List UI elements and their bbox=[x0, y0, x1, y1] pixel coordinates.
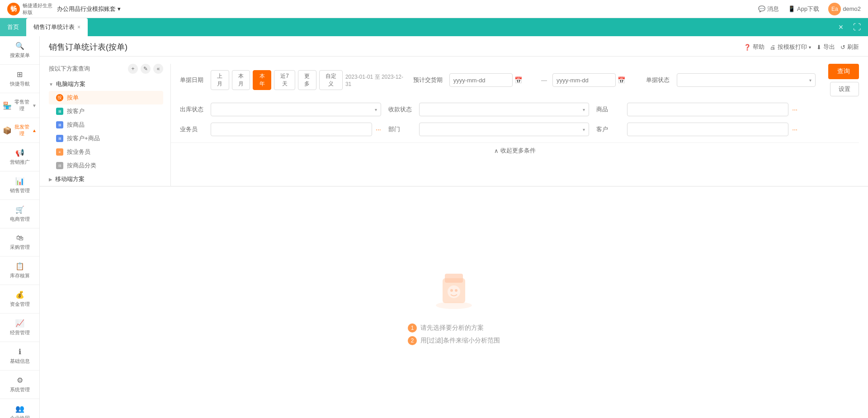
sidebar-item-marketing[interactable]: 📢 营销推广 bbox=[0, 143, 39, 171]
scheme-item-by-goods[interactable]: ⊞ 按商品 bbox=[49, 118, 163, 132]
goods-input[interactable] bbox=[627, 103, 788, 116]
refresh-button[interactable]: ↺ 刷新 bbox=[840, 43, 859, 51]
app-download-button[interactable]: 📱 App下载 bbox=[788, 5, 819, 13]
scheme-item-by-salesperson[interactable]: ≡ 按业务员 bbox=[49, 145, 163, 159]
empty-state: 1 请先选择要分析的方案 2 用[过滤]条件来缩小分析范围 bbox=[40, 187, 868, 418]
date-this-month-button[interactable]: 本月 bbox=[232, 70, 250, 90]
help-icon: ❓ bbox=[744, 44, 751, 51]
calendar-start-icon[interactable]: 📅 bbox=[514, 76, 522, 84]
app-download-icon: 📱 bbox=[788, 5, 795, 12]
help-button[interactable]: ❓ 帮助 bbox=[744, 43, 764, 51]
template-print-button[interactable]: 🖨 按模板打印 ▾ bbox=[770, 43, 811, 51]
expected-date-end-input[interactable] bbox=[552, 73, 616, 87]
sidebar-item-finance[interactable]: 💰 资金管理 bbox=[0, 285, 39, 314]
scheme-header-title: 按以下方案查询 bbox=[49, 65, 90, 73]
sidebar-inventory-label: 库存核算 bbox=[10, 272, 30, 279]
logo-area: 畅 畅捷通好生意 标版 bbox=[7, 2, 52, 15]
query-button[interactable]: 查询 bbox=[828, 64, 859, 79]
system-icon: ⚙ bbox=[17, 376, 23, 385]
empty-tips: 1 请先选择要分析的方案 2 用[过滤]条件来缩小分析范围 bbox=[408, 323, 500, 345]
filter-group-customer: 客户 ··· bbox=[596, 123, 797, 136]
tip-2-text: 用[过滤]条件来缩小分析范围 bbox=[420, 337, 500, 345]
scheme-collapse-button[interactable]: « bbox=[153, 64, 163, 74]
goods-more-icon[interactable]: ··· bbox=[792, 106, 797, 113]
app-download-label: App下载 bbox=[797, 5, 819, 13]
template-print-icon: 🖨 bbox=[770, 44, 776, 51]
customer-input[interactable] bbox=[627, 123, 788, 136]
sidebar-item-inventory[interactable]: 📋 库存核算 bbox=[0, 256, 39, 285]
tip-1-text: 请先选择要分析的方案 bbox=[420, 324, 484, 332]
scheme-add-button[interactable]: + bbox=[128, 64, 138, 74]
sidebar: 🔍 搜索菜单 ⊞ 快捷导航 🏪 零售管理 ▼ 📦 批发管理 ▲ 📢 营销推广 📊… bbox=[0, 36, 40, 418]
scheme-item-icon-order: 按 bbox=[56, 94, 63, 101]
filter-group-expected-date: 预计交货期 📅 — 📅 bbox=[413, 73, 639, 87]
scheme-group-pc-header[interactable]: ▼ 电脑端方案 bbox=[49, 77, 163, 91]
date-more-button[interactable]: 更多 bbox=[298, 70, 316, 90]
operation-icon: 📈 bbox=[15, 319, 24, 328]
department-arrow-icon: ▾ bbox=[583, 127, 585, 132]
export-button[interactable]: ⬇ 导出 bbox=[816, 43, 835, 51]
salesperson-more-icon[interactable]: ··· bbox=[376, 126, 381, 133]
payment-status-select[interactable]: ▾ bbox=[419, 103, 590, 116]
scheme-list: ▼ 电脑端方案 按 按单 ⊞ 按客户 bbox=[49, 77, 163, 186]
pc-group-arrow-icon: ▼ bbox=[49, 82, 53, 87]
goods-label: 商品 bbox=[596, 105, 623, 114]
header-actions: ❓ 帮助 🖨 按模板打印 ▾ ⬇ 导出 ↺ 刷新 bbox=[744, 43, 859, 51]
user-avatar-area[interactable]: Ea demo2 bbox=[828, 3, 861, 15]
salesperson-label: 业务员 bbox=[180, 125, 207, 133]
scheme-item-by-customer[interactable]: ⊞ 按客户 bbox=[49, 104, 163, 118]
sidebar-item-retail[interactable]: 🏪 零售管理 ▼ bbox=[0, 93, 39, 118]
svg-point-5 bbox=[455, 289, 458, 292]
scheme-item-by-category[interactable]: ⊟ 按商品分类 bbox=[49, 159, 163, 172]
sidebar-item-operation[interactable]: 📈 经营管理 bbox=[0, 314, 39, 342]
expected-date-label: 预计交货期 bbox=[413, 76, 446, 84]
expected-date-start-input[interactable] bbox=[449, 73, 513, 87]
company-selector[interactable]: 办公用品行业模拟账套 ▾ bbox=[57, 5, 121, 13]
settings-button[interactable]: 设置 bbox=[830, 82, 859, 96]
sidebar-item-ecommerce[interactable]: 🛒 电商管理 bbox=[0, 200, 39, 228]
tab-close-icon[interactable]: × bbox=[77, 24, 80, 30]
date-this-year-button[interactable]: 本年 bbox=[253, 70, 271, 90]
calendar-end-icon[interactable]: 📅 bbox=[618, 76, 625, 84]
scheme-group-mobile-header[interactable]: ▶ 移动端方案 bbox=[49, 172, 163, 186]
scheme-item-icon-customer-goods: ⊞ bbox=[56, 135, 63, 142]
status-select[interactable]: ▾ bbox=[677, 73, 816, 87]
page-header: 销售订单统计表(按单) ❓ 帮助 🖨 按模板打印 ▾ ⬇ 导出 ↺ 刷新 bbox=[40, 36, 868, 57]
sidebar-item-system[interactable]: ⚙ 系统管理 bbox=[0, 370, 39, 399]
sidebar-item-wholesale[interactable]: 📦 批发管理 ▲ bbox=[0, 118, 39, 143]
message-button[interactable]: 💬 消息 bbox=[758, 5, 779, 13]
date-7days-button[interactable]: 近7天 bbox=[274, 70, 295, 90]
scheme-actions: + ✎ « bbox=[128, 64, 163, 74]
sidebar-item-quicknav[interactable]: ⊞ 快捷导航 bbox=[0, 65, 39, 93]
date-custom-button[interactable]: 自定义 bbox=[319, 70, 343, 90]
tab-maximize-button[interactable]: ⛶ bbox=[851, 21, 863, 33]
tab-minimize-button[interactable]: × bbox=[835, 21, 847, 33]
sidebar-finance-label: 资金管理 bbox=[10, 301, 30, 308]
department-select[interactable]: ▾ bbox=[419, 123, 590, 136]
tab-sales-order[interactable]: 销售订单统计表 × bbox=[26, 18, 88, 36]
sidebar-retail-label: 零售管理 bbox=[14, 99, 30, 112]
scheme-group-mobile: ▶ 移动端方案 bbox=[49, 172, 163, 186]
scheme-item-by-order[interactable]: 按 按单 bbox=[49, 91, 163, 104]
date-prev-month-button[interactable]: 上月 bbox=[211, 70, 229, 90]
scheme-item-by-customer-goods[interactable]: ⊞ 按客户+商品 bbox=[49, 132, 163, 145]
basic-icon: ℹ bbox=[19, 347, 21, 356]
sidebar-item-basic[interactable]: ℹ 基础信息 bbox=[0, 342, 39, 370]
tab-home[interactable]: 首页 bbox=[0, 18, 26, 36]
sidebar-item-collab[interactable]: 👥 企业协同 bbox=[0, 399, 39, 418]
customer-more-icon[interactable]: ··· bbox=[792, 126, 797, 133]
sidebar-item-purchase[interactable]: 🛍 采购管理 bbox=[0, 228, 39, 256]
pc-group-label: 电脑端方案 bbox=[56, 80, 85, 88]
quicknav-icon: ⊞ bbox=[17, 70, 23, 79]
salesperson-input[interactable] bbox=[211, 123, 372, 136]
collapse-more-button[interactable]: ∧ 收起更多条件 bbox=[171, 142, 859, 158]
home-tab-label: 首页 bbox=[7, 23, 19, 31]
sidebar-item-sales[interactable]: 📊 销售管理 bbox=[0, 171, 39, 200]
wholesale-icon: 📦 bbox=[3, 126, 12, 135]
scheme-edit-button[interactable]: ✎ bbox=[141, 64, 151, 74]
scheme-item-label-category: 按商品分类 bbox=[67, 162, 96, 170]
top-bar-right: 💬 消息 📱 App下载 Ea demo2 bbox=[758, 3, 861, 15]
delivery-status-select[interactable]: ▾ bbox=[211, 103, 381, 116]
sidebar-item-search[interactable]: 🔍 搜索菜单 bbox=[0, 36, 39, 65]
sidebar-purchase-label: 采购管理 bbox=[10, 244, 30, 251]
